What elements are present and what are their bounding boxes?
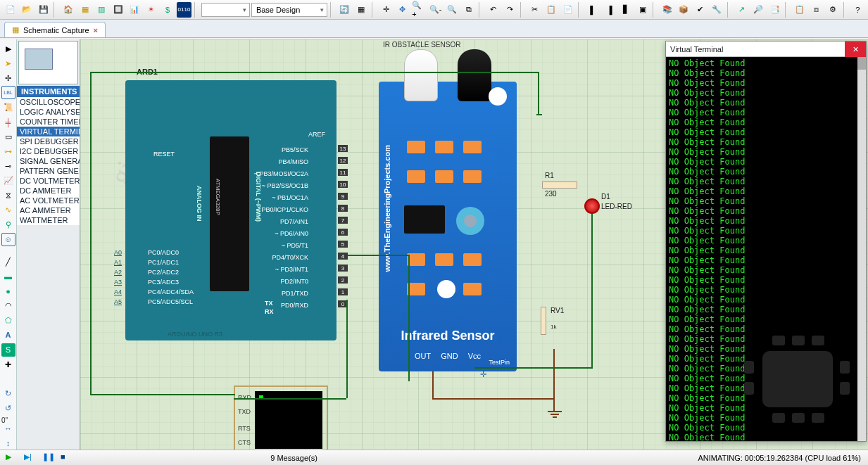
instrument-item[interactable]: AC AMMETER (17, 205, 80, 215)
r1-resistor[interactable] (542, 181, 577, 189)
undo-icon[interactable]: ↶ (486, 2, 501, 18)
close-icon[interactable]: ✕ (845, 42, 866, 57)
text-tool-icon[interactable]: A (1, 329, 15, 342)
package-icon[interactable]: 📦 (677, 2, 691, 18)
marker-tool-icon[interactable]: ✚ (1, 358, 15, 371)
redo-icon[interactable]: ↷ (503, 2, 517, 18)
virtual-terminal-window[interactable]: Virtual Terminal ✕ NO Object FoundNO Obj… (665, 41, 867, 442)
play-button[interactable]: ▶ (6, 452, 20, 464)
align-center-icon[interactable]: ▐ (602, 2, 617, 18)
home-icon[interactable]: 🏠 (61, 2, 75, 18)
origin-icon[interactable]: ✛ (378, 2, 393, 18)
instrument-item[interactable]: COUNTER TIMER (17, 117, 80, 127)
pin-number: 10 (338, 181, 348, 188)
sheet-combo[interactable] (201, 3, 250, 17)
label-tool-icon[interactable]: LBL (1, 86, 15, 99)
code-icon[interactable]: 0110 (177, 2, 191, 18)
zoom-fit-icon[interactable]: 🔍 (444, 2, 459, 18)
graph-tool-icon[interactable]: 📈 (1, 174, 15, 187)
verify-icon[interactable]: ✔ (693, 2, 707, 18)
virtual-terminal-title[interactable]: Virtual Terminal (666, 42, 866, 57)
arduino-board[interactable]: ATMEGA328P ANALOG IN DIGITAL (~PWM) RESE… (125, 80, 336, 340)
paste-icon[interactable]: 📄 (560, 2, 575, 18)
ir-sensor-module[interactable]: www.TheEngineeringProjects.com Infrared … (379, 82, 517, 371)
chip-icon[interactable]: 🔲 (111, 2, 125, 18)
script-tool-icon[interactable]: 📜 (1, 101, 15, 114)
selection-tool-icon[interactable]: ▶ (1, 42, 15, 56)
generator-tool-icon[interactable]: ∿ (1, 203, 15, 217)
instrument-item[interactable]: I2C DEBUGGER (17, 146, 80, 156)
open-file-icon[interactable]: 📂 (19, 2, 34, 18)
report-icon[interactable]: 📑 (767, 2, 782, 18)
instrument-item[interactable]: SIGNAL GENERATOR (17, 156, 80, 166)
compile-icon[interactable]: ⚙ (825, 2, 840, 18)
junction-tool-icon[interactable]: ✢ (1, 72, 15, 85)
serial-monitor[interactable]: RXD TXD RTS CTS (234, 386, 328, 450)
scrollbar-thumb[interactable] (857, 57, 866, 70)
rotate-cw-icon[interactable]: ↻ (1, 387, 15, 400)
d1-led[interactable] (584, 198, 600, 214)
terminal-tool-icon[interactable]: ⊶ (1, 145, 15, 158)
step-button[interactable]: ▶| (24, 452, 38, 464)
stop-button[interactable]: ■ (61, 452, 75, 464)
instrument-item[interactable]: OSCILLOSCOPE (17, 97, 80, 107)
bom-icon[interactable]: $ (160, 2, 175, 18)
pause-button[interactable]: ❚❚ (42, 452, 56, 464)
pan-icon[interactable]: ✥ (395, 2, 410, 18)
overview-map[interactable] (18, 41, 78, 84)
probe-tool-icon[interactable]: ⚲ (1, 218, 15, 231)
block-icon[interactable]: ▣ (635, 2, 650, 18)
export-icon[interactable]: ↗ (734, 2, 749, 18)
bus-tool-icon[interactable]: ╪ (1, 115, 15, 129)
pin-tool-icon[interactable]: ⊸ (1, 160, 15, 173)
instrument-item[interactable]: SPI DEBUGGER (17, 136, 80, 146)
subcircuit-tool-icon[interactable]: ▭ (1, 130, 15, 144)
instrument-tool-icon[interactable]: ☺ (1, 233, 15, 246)
close-icon[interactable]: × (94, 26, 98, 34)
tape-tool-icon[interactable]: ⧖ (1, 189, 15, 202)
variant-combo[interactable]: Base Design (251, 3, 327, 17)
grid-icon[interactable]: ▦ (353, 2, 368, 18)
erc-icon[interactable]: 📋 (792, 2, 807, 18)
status-messages[interactable]: 9 Message(s) (270, 454, 317, 462)
path-tool-icon[interactable]: ⬠ (1, 314, 15, 327)
tools-icon[interactable]: 🔧 (710, 2, 724, 18)
instrument-item[interactable]: DC VOLTMETER (17, 176, 80, 186)
instrument-item[interactable]: VIRTUAL TERMINAL (17, 127, 80, 136)
zoom-region-icon[interactable]: ⧉ (461, 2, 476, 18)
rv1-pot[interactable] (541, 307, 546, 335)
layout-icon[interactable]: ▥ (94, 2, 108, 18)
schematic-icon[interactable]: ▦ (77, 2, 92, 18)
component-tool-icon[interactable]: ➤ (1, 57, 15, 70)
instrument-item[interactable]: DC AMMETER (17, 186, 80, 196)
netlist-icon[interactable]: ⧈ (809, 2, 824, 18)
box-tool-icon[interactable]: ▬ (1, 270, 15, 284)
new-file-icon[interactable]: 📄 (3, 2, 18, 18)
tab-schematic[interactable]: ▦ Schematic Capture × (4, 22, 106, 37)
rotate-ccw-icon[interactable]: ↺ (1, 402, 15, 415)
cut-icon[interactable]: ✂ (527, 2, 542, 18)
save-icon[interactable]: 💾 (36, 2, 51, 18)
find-icon[interactable]: 🔎 (750, 2, 765, 18)
align-right-icon[interactable]: ▋ (618, 2, 633, 18)
zoom-out-icon[interactable]: 🔍- (428, 2, 443, 18)
line-tool-icon[interactable]: ╱ (1, 255, 15, 269)
circle-tool-icon[interactable]: ● (1, 285, 15, 298)
arc-tool-icon[interactable]: ◠ (1, 299, 15, 312)
scrollbar[interactable] (857, 57, 866, 441)
zoom-in-icon[interactable]: 🔍+ (411, 2, 426, 18)
refresh-icon[interactable]: 🔄 (337, 2, 352, 18)
copy-icon[interactable]: 📋 (544, 2, 559, 18)
design-explorer-icon[interactable]: ✶ (144, 2, 158, 18)
instrument-item[interactable]: PATTERN GENERATOR (17, 166, 80, 176)
instrument-item[interactable]: LOGIC ANALYSER (17, 107, 80, 117)
chart-icon[interactable]: 📊 (127, 2, 141, 18)
library-icon[interactable]: 📚 (660, 2, 674, 18)
help-icon[interactable]: ? (850, 2, 865, 18)
instrument-item[interactable]: WATTMETER (17, 215, 80, 225)
canvas-area[interactable]: gisoft ARD1 ATMEGA328P ANALOG IN DIGITAL… (80, 39, 868, 450)
symbol-tool-icon[interactable]: S (1, 343, 15, 357)
mirror-v-icon[interactable]: ↕ (1, 436, 15, 450)
instrument-item[interactable]: AC VOLTMETER (17, 196, 80, 205)
align-left-icon[interactable]: ▌ (585, 2, 600, 18)
